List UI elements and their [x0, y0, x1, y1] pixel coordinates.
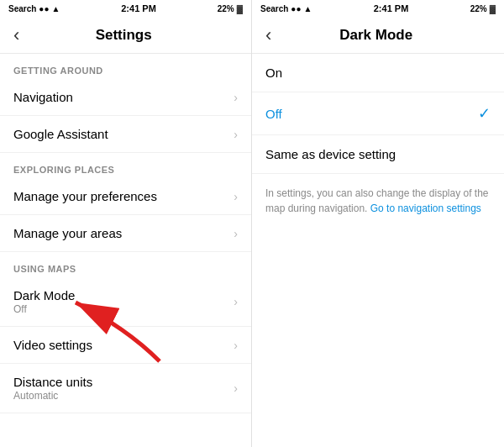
back-button[interactable]: ‹ [13, 26, 19, 45]
menu-item-distance-units[interactable]: Distance units Automatic › [0, 364, 251, 413]
settings-content: GETTING AROUND Navigation › Google Assis… [0, 54, 251, 447]
option-off-label: Off [265, 107, 282, 121]
dark-mode-value: Off [13, 303, 75, 315]
manage-preferences-chevron: › [234, 190, 238, 203]
dark-mode-chevron: › [234, 295, 238, 308]
navigation-settings-link[interactable]: Go to navigation settings [370, 202, 481, 214]
distance-units-chevron: › [234, 381, 238, 395]
menu-item-manage-areas[interactable]: Manage your areas › [0, 215, 251, 252]
signal-icon: ●● [39, 4, 49, 13]
right-signal-icon: ●● [291, 4, 301, 13]
left-time: 2:41 PM [121, 3, 156, 13]
option-same-device-label: Same as device setting [265, 147, 396, 161]
navigation-label: Navigation [13, 90, 73, 104]
video-settings-chevron: › [234, 339, 238, 352]
section-using-maps: USING MAPS [0, 252, 251, 277]
menu-item-google-assistant[interactable]: Google Assistant › [0, 116, 251, 153]
dark-mode-panel: Search ●● ▲ 2:41 PM 22% ▓ ‹ Dark Mode On… [252, 0, 504, 447]
option-same-as-device[interactable]: Same as device setting [252, 135, 504, 174]
menu-item-dark-mode[interactable]: Dark Mode Off › [0, 277, 251, 327]
dark-mode-label: Dark Mode [13, 288, 75, 302]
manage-areas-chevron: › [234, 227, 238, 240]
section-exploring-places: EXPLORING PLACES [0, 153, 251, 178]
option-on-label: On [265, 66, 282, 80]
option-off[interactable]: Off ✓ [252, 92, 504, 135]
left-status-bar: Search ●● ▲ 2:41 PM 22% ▓ [0, 0, 251, 17]
menu-item-manage-preferences[interactable]: Manage your preferences › [0, 178, 251, 215]
right-status-right: 22% ▓ [470, 4, 496, 13]
info-text-block: In settings, you can also change the dis… [252, 174, 504, 228]
right-battery-percent: 22% [470, 4, 487, 13]
right-status-bar: Search ●● ▲ 2:41 PM 22% ▓ [252, 0, 504, 17]
section-getting-around: GETTING AROUND [0, 54, 251, 79]
checkmark-icon: ✓ [478, 104, 491, 123]
distance-units-value: Automatic [13, 390, 92, 402]
menu-item-navigation[interactable]: Navigation › [0, 79, 251, 116]
google-assistant-label: Google Assistant [13, 127, 108, 141]
app-container: Search ●● ▲ 2:41 PM 22% ▓ ‹ Settings GET… [0, 0, 504, 447]
right-search-label: Search [260, 4, 288, 13]
left-status-right: 22% ▓ [218, 4, 243, 13]
option-on[interactable]: On [252, 54, 504, 92]
google-assistant-chevron: › [234, 128, 238, 141]
settings-title: Settings [29, 27, 218, 44]
right-time: 2:41 PM [374, 3, 409, 13]
menu-item-video-settings[interactable]: Video settings › [0, 327, 251, 364]
wifi-icon: ▲ [51, 4, 60, 13]
navigation-chevron: › [234, 91, 238, 104]
video-settings-label: Video settings [13, 338, 92, 352]
search-label: Search [8, 4, 36, 13]
left-status-left: Search ●● ▲ [8, 4, 60, 13]
settings-header: ‹ Settings [0, 17, 251, 54]
distance-units-label: Distance units [13, 375, 92, 389]
right-status-left: Search ●● ▲ [260, 4, 312, 13]
dark-mode-back-button[interactable]: ‹ [265, 26, 271, 45]
dark-mode-title: Dark Mode [281, 27, 470, 44]
right-wifi-icon: ▲ [303, 4, 312, 13]
manage-preferences-label: Manage your preferences [13, 189, 157, 203]
manage-areas-label: Manage your areas [13, 226, 122, 240]
battery-percent: 22% [218, 4, 234, 13]
battery-icon: ▓ [237, 4, 243, 13]
dark-mode-header: ‹ Dark Mode [252, 17, 504, 54]
settings-panel: Search ●● ▲ 2:41 PM 22% ▓ ‹ Settings GET… [0, 0, 252, 447]
right-battery-icon: ▓ [490, 4, 496, 13]
